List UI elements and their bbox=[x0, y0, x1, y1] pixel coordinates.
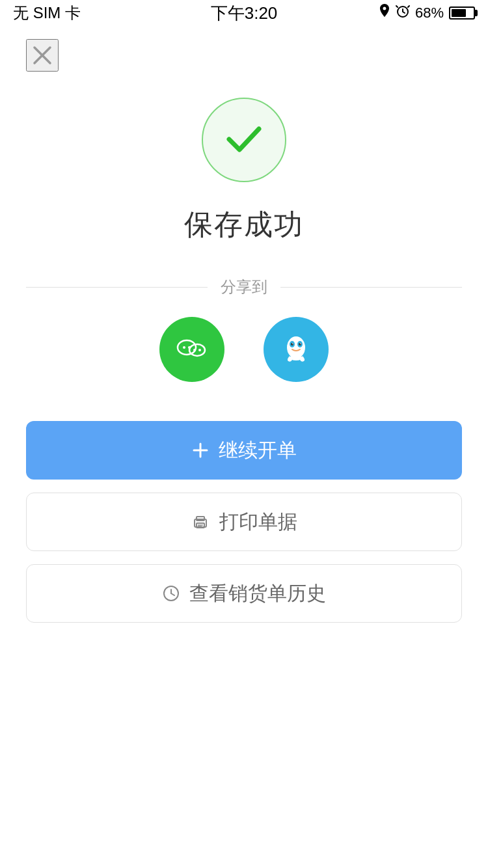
svg-point-9 bbox=[287, 336, 305, 359]
check-icon bbox=[221, 116, 267, 164]
success-circle bbox=[202, 98, 286, 182]
clock-icon bbox=[162, 584, 180, 603]
svg-point-5 bbox=[183, 346, 185, 349]
plus-icon bbox=[191, 441, 210, 459]
svg-point-15 bbox=[300, 343, 301, 344]
print-label: 打印单据 bbox=[219, 509, 297, 536]
alarm-icon bbox=[396, 4, 410, 22]
svg-point-6 bbox=[188, 346, 191, 349]
share-icons bbox=[26, 317, 462, 382]
history-button[interactable]: 查看销货单历史 bbox=[26, 564, 462, 623]
svg-line-26 bbox=[171, 593, 174, 595]
status-time: 下午3:20 bbox=[211, 2, 278, 25]
action-buttons: 继续开单 打印单据 bbox=[26, 421, 462, 623]
status-bar: 无 SIM 卡 下午3:20 68% bbox=[0, 0, 488, 26]
success-title: 保存成功 bbox=[184, 206, 304, 244]
printer-icon bbox=[191, 513, 210, 531]
divider-line-left bbox=[26, 287, 208, 288]
status-right: 68% bbox=[379, 4, 475, 22]
carrier-text: 无 SIM 卡 bbox=[13, 3, 81, 23]
battery-icon bbox=[449, 7, 475, 20]
svg-point-13 bbox=[299, 343, 301, 346]
location-icon bbox=[379, 4, 390, 22]
print-button[interactable]: 打印单据 bbox=[26, 493, 462, 551]
share-wechat-button[interactable] bbox=[159, 317, 224, 382]
svg-point-8 bbox=[198, 349, 201, 351]
share-qq-button[interactable] bbox=[264, 317, 329, 382]
success-section: 保存成功 bbox=[26, 85, 462, 270]
svg-point-12 bbox=[291, 343, 293, 346]
continue-button[interactable]: 继续开单 bbox=[26, 421, 462, 480]
status-carrier: 无 SIM 卡 bbox=[13, 3, 86, 23]
close-button[interactable] bbox=[26, 39, 59, 72]
share-label: 分享到 bbox=[221, 277, 267, 297]
share-divider: 分享到 bbox=[26, 277, 462, 297]
svg-point-14 bbox=[292, 343, 293, 344]
main-content: 保存成功 分享到 bbox=[0, 26, 488, 636]
svg-point-7 bbox=[193, 349, 196, 351]
history-label: 查看销货单历史 bbox=[189, 580, 326, 607]
continue-label: 继续开单 bbox=[219, 437, 297, 464]
svg-point-3 bbox=[178, 340, 196, 355]
svg-point-4 bbox=[189, 344, 205, 356]
divider-line-right bbox=[280, 287, 462, 288]
battery-percentage: 68% bbox=[415, 5, 444, 21]
